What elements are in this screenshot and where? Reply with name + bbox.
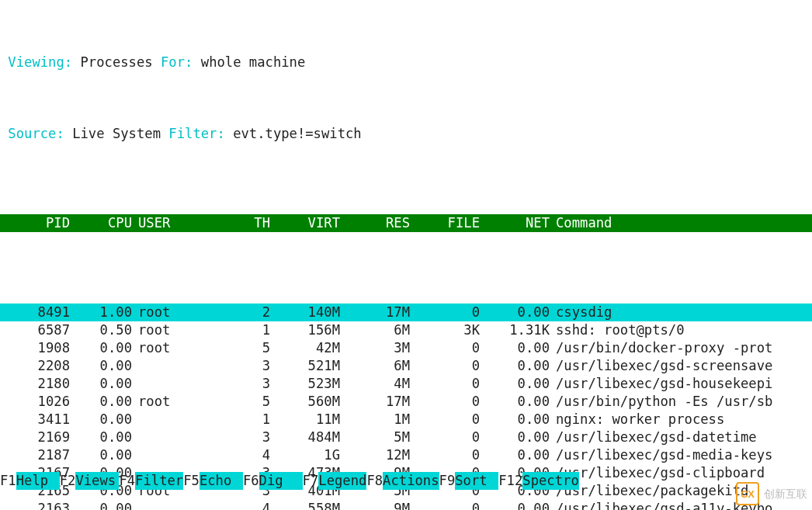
watermark-logo-icon: CX: [736, 482, 759, 505]
col-res[interactable]: RES: [340, 214, 410, 232]
cell-res: 4M: [340, 375, 410, 393]
function-key-bar: F1HelpF2ViewsF4FilterF5EchoF6DigF7Legend…: [0, 472, 812, 490]
cell-pid: 2169: [0, 428, 70, 446]
col-th[interactable]: TH: [208, 214, 270, 232]
source-value: Live System: [72, 126, 161, 141]
cell-virt: 156M: [270, 321, 340, 339]
fkey-f6: F6: [243, 472, 259, 490]
cell-net: 1.31K: [480, 321, 550, 339]
col-user[interactable]: USER: [132, 214, 208, 232]
table-row[interactable]: 34110.00111M1M00.00nginx: worker process: [0, 411, 812, 428]
cell-net: 0.00: [480, 411, 550, 428]
cell-pid: 6587: [0, 321, 70, 339]
cell-virt: 484M: [270, 428, 340, 446]
cell-res: 6M: [340, 321, 410, 339]
fkey-f1: F1: [0, 472, 16, 490]
fkey-label-filter[interactable]: Filter: [135, 472, 183, 490]
fkey-label-dig[interactable]: Dig: [259, 472, 303, 490]
cell-cpu: 0.00: [70, 428, 132, 446]
cell-file: 0: [410, 375, 480, 393]
cell-net: 0.00: [480, 375, 550, 393]
cell-net: 0.00: [480, 339, 550, 357]
cell-res: 9M: [340, 500, 410, 510]
fkey-label-actions[interactable]: Actions: [383, 472, 439, 490]
cell-th: 5: [208, 393, 270, 411]
fkey-label-sort[interactable]: Sort: [455, 472, 498, 490]
cell-th: 3: [208, 375, 270, 393]
for-label: For:: [161, 54, 193, 70]
fkey-f5: F5: [183, 472, 200, 490]
fkey-label-views[interactable]: Views: [75, 472, 119, 490]
cell-res: 12M: [340, 446, 410, 464]
cell-virt: 1G: [270, 446, 340, 464]
cell-net: 0.00: [480, 428, 550, 446]
cell-net: 0.00: [480, 446, 550, 464]
table-row[interactable]: 10260.00root5560M17M00.00/usr/bin/python…: [0, 393, 812, 411]
cell-file: 0: [410, 411, 480, 428]
col-cpu[interactable]: CPU: [70, 214, 132, 232]
cell-cpu: 1.00: [70, 304, 132, 321]
cell-cpu: 0.00: [70, 393, 132, 411]
cell-pid: 2208: [0, 357, 70, 375]
table-row[interactable]: 21870.0041G12M00.00/usr/libexec/gsd-medi…: [0, 446, 812, 464]
cell-cpu: 0.00: [70, 500, 132, 510]
cell-cpu: 0.00: [70, 339, 132, 357]
cell-pid: 2163: [0, 500, 70, 510]
cell-cpu: 0.00: [70, 357, 132, 375]
cell-res: 6M: [340, 357, 410, 375]
filter-label: Filter:: [168, 126, 224, 141]
table-row[interactable]: 21630.004558M9M00.00/usr/libexec/gsd-a11…: [0, 500, 812, 510]
cell-cmd: /usr/bin/python -Es /usr/sb: [550, 393, 812, 411]
cell-net: 0.00: [480, 393, 550, 411]
cell-pid: 1908: [0, 339, 70, 357]
source-label: Source:: [8, 126, 64, 141]
cell-pid: 2180: [0, 375, 70, 393]
col-net[interactable]: NET: [480, 214, 550, 232]
cell-cmd: csysdig: [550, 304, 812, 321]
fkey-f7: F7: [303, 472, 319, 490]
watermark-text: 创新互联: [764, 485, 807, 503]
fkey-f12: F12: [498, 472, 522, 490]
column-headers[interactable]: PIDCPUUSERTHVIRTRESFILENETCommand: [0, 214, 812, 232]
cell-res: 17M: [340, 393, 410, 411]
cell-th: 3: [208, 428, 270, 446]
cell-th: 1: [208, 321, 270, 339]
col-file[interactable]: FILE: [410, 214, 480, 232]
cell-file: 0: [410, 500, 480, 510]
col-cmd[interactable]: Command: [550, 214, 812, 232]
col-virt[interactable]: VIRT: [270, 214, 340, 232]
fkey-label-help[interactable]: Help: [16, 472, 60, 490]
cell-th: 4: [208, 500, 270, 510]
table-row[interactable]: 21800.003523M4M00.00/usr/libexec/gsd-hou…: [0, 375, 812, 393]
header-line-source: Source: Live System Filter: evt.type!=sw…: [0, 125, 812, 143]
cell-cpu: 0.00: [70, 411, 132, 428]
table-row[interactable]: 19080.00root542M3M00.00/usr/bin/docker-p…: [0, 339, 812, 357]
viewing-label: Viewing:: [8, 54, 72, 70]
for-value: whole machine: [201, 54, 306, 70]
table-row[interactable]: 65870.50root1156M6M3K1.31Ksshd: root@pts…: [0, 321, 812, 339]
fkey-label-legend[interactable]: Legend: [318, 472, 366, 490]
cell-cmd: /usr/libexec/gsd-datetime: [550, 428, 812, 446]
fkey-f8: F8: [366, 472, 383, 490]
cell-file: 0: [410, 304, 480, 321]
table-row[interactable]: 84911.00root2140M17M00.00csysdig: [0, 304, 812, 321]
cell-user: root: [132, 339, 208, 357]
cell-res: 3M: [340, 339, 410, 357]
cell-cmd: /usr/bin/docker-proxy -prot: [550, 339, 812, 357]
fkey-label-echo[interactable]: Echo: [200, 472, 243, 490]
cell-cmd: /usr/libexec/gsd-screensave: [550, 357, 812, 375]
cell-res: 5M: [340, 428, 410, 446]
cell-virt: 523M: [270, 375, 340, 393]
cell-user: root: [132, 393, 208, 411]
cell-th: 1: [208, 411, 270, 428]
cell-file: 3K: [410, 321, 480, 339]
cell-virt: 11M: [270, 411, 340, 428]
col-pid[interactable]: PID: [0, 214, 70, 232]
fkey-label-spectro[interactable]: Spectro: [522, 472, 578, 490]
cell-user: root: [132, 321, 208, 339]
cell-net: 0.00: [480, 304, 550, 321]
table-row[interactable]: 22080.003521M6M00.00/usr/libexec/gsd-scr…: [0, 357, 812, 375]
cell-cpu: 0.50: [70, 321, 132, 339]
cell-virt: 140M: [270, 304, 340, 321]
table-row[interactable]: 21690.003484M5M00.00/usr/libexec/gsd-dat…: [0, 428, 812, 446]
